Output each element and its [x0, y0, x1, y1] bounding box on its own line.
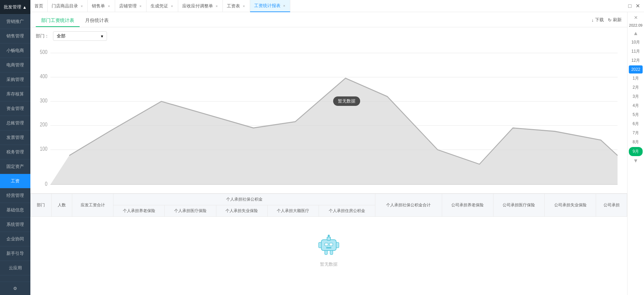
sidebar-item-营销推广[interactable]: 营销推广: [0, 14, 30, 29]
timeline-item-4月[interactable]: 4月: [627, 101, 644, 110]
tab-销售单[interactable]: 销售单×: [88, 0, 115, 12]
chart-container: 500 400 300 200 100 0: [30, 45, 627, 193]
tab-label: 销售单: [92, 3, 105, 9]
download-icon: ↓: [592, 18, 594, 23]
filter-value: 全部: [57, 33, 65, 39]
tab-close-icon[interactable]: ×: [139, 4, 142, 8]
timeline-item-3月[interactable]: 3月: [627, 92, 644, 101]
col-people: 人数: [51, 194, 72, 217]
tab-close-icon[interactable]: ×: [170, 4, 173, 8]
timeline-item-7月[interactable]: 7月: [627, 128, 644, 138]
col-total-salary: 应发工资合计: [72, 194, 113, 217]
sidebar-item-库存核算[interactable]: 库存核算: [0, 87, 30, 101]
sidebar-items: 营销推广销售管理小畅电商电商管理采购管理库存核算资金管理总账管理发票管理税务管理…: [0, 14, 30, 275]
col-company-medical: 公司承担医疗保险: [493, 194, 544, 217]
empty-text: 暂无数据: [30, 261, 627, 267]
tab-close-icon[interactable]: ×: [242, 4, 245, 8]
sidebar-item-工资[interactable]: 工资: [0, 174, 30, 188]
timeline-item-9月[interactable]: 9月: [629, 147, 643, 156]
restore-button[interactable]: □: [627, 2, 633, 10]
chart-svg: 500 400 300 200 100 0: [36, 48, 622, 193]
tab-close-icon[interactable]: ×: [107, 4, 110, 8]
svg-text:200: 200: [40, 122, 48, 127]
tab-label: 应收应付调整单: [182, 3, 213, 9]
timeline-item-8月[interactable]: 8月: [627, 138, 644, 147]
filter-label: 部门：: [36, 33, 49, 39]
tab-应收应付调整单[interactable]: 应收应付调整单×: [178, 0, 223, 12]
sidebar-item-基础信息[interactable]: 基础信息: [0, 203, 30, 217]
timeline-item-11月[interactable]: 11月: [627, 47, 644, 56]
tab-label: 工资表: [227, 3, 240, 9]
svg-rect-17: [327, 237, 330, 240]
tab-生成凭证[interactable]: 生成凭证×: [146, 0, 178, 12]
col-dept: 部门: [31, 194, 52, 217]
sub-tab-月份统计表[interactable]: 月份统计表: [80, 16, 114, 27]
timeline-nav-down[interactable]: ▼: [627, 156, 644, 165]
refresh-label: 刷新: [613, 17, 622, 23]
tab-工资统计报表[interactable]: 工资统计报表×: [250, 0, 290, 12]
tab-close-icon[interactable]: ×: [283, 3, 286, 8]
sidebar-header[interactable]: 批发管理 ▲: [0, 0, 30, 14]
sidebar-item-采购管理[interactable]: 采购管理: [0, 72, 30, 87]
svg-text:400: 400: [40, 73, 48, 79]
right-panel: ✕ 2022.09 ▲ 10月11月12月20221月2月3月4月5月6月7月8…: [627, 12, 644, 295]
timeline-close-button[interactable]: ✕: [627, 13, 644, 22]
svg-text:0: 0: [45, 181, 48, 187]
timeline-nav-up[interactable]: ▲: [627, 29, 644, 38]
content: 部门工资统计表月份统计表 ↓ 下载 ↻ 刷新 部门： 全部 ▾: [30, 12, 644, 295]
sidebar-item-新手引导[interactable]: 新手引导: [0, 246, 30, 261]
tab-店铺管理[interactable]: 店铺管理×: [115, 0, 146, 12]
sidebar-item-销售管理[interactable]: 销售管理: [0, 29, 30, 43]
close-button[interactable]: ✕: [634, 2, 641, 10]
settings-icon: ⚙: [13, 286, 17, 291]
svg-point-19: [328, 235, 330, 237]
sub-tab-部门工资统计表[interactable]: 部门工资统计表: [36, 16, 80, 27]
panel: 部门工资统计表月份统计表 ↓ 下载 ↻ 刷新 部门： 全部 ▾: [30, 12, 627, 295]
svg-text:500: 500: [40, 49, 48, 55]
timeline-item-10月[interactable]: 10月: [627, 38, 644, 47]
svg-rect-13: [321, 240, 336, 250]
sidebar-item-经营管理[interactable]: 经营管理: [0, 188, 30, 203]
sidebar-item-云应用[interactable]: 云应用: [0, 261, 30, 275]
timeline-item-6月[interactable]: 6月: [627, 119, 644, 128]
svg-rect-20: [319, 242, 321, 248]
tab-门店商品目录[interactable]: 门店商品目录×: [48, 0, 88, 12]
download-button[interactable]: ↓ 下载: [592, 17, 604, 23]
svg-text:100: 100: [40, 146, 48, 152]
tab-bar: 首页门店商品目录×销售单×店铺管理×生成凭证×应收应付调整单×工资表×工资统计报…: [30, 0, 644, 12]
timeline-item-12月[interactable]: 12月: [627, 56, 644, 65]
table-section[interactable]: 部门 人数 应发工资合计 个人承担社保公积金 个人承担社保公积金合计 公司承担养…: [30, 193, 627, 274]
sidebar-item-税务管理[interactable]: 税务管理: [0, 145, 30, 159]
sidebar-item-总账管理[interactable]: 总账管理: [0, 116, 30, 130]
tab-close-icon[interactable]: ×: [215, 4, 218, 8]
svg-rect-23: [330, 250, 333, 255]
sidebar-item-企业协同[interactable]: 企业协同: [0, 232, 30, 246]
sidebar-item-固定资产[interactable]: 固定资产: [0, 159, 30, 174]
timeline-item-2022[interactable]: 2022: [629, 65, 643, 73]
sub-tabs-left: 部门工资统计表月份统计表: [36, 16, 114, 27]
sidebar-item-发票管理[interactable]: 发票管理: [0, 130, 30, 145]
sidebar-item-资金管理[interactable]: 资金管理: [0, 101, 30, 116]
chevron-down-icon: ▾: [101, 34, 103, 39]
sidebar-item-小畅电商[interactable]: 小畅电商: [0, 43, 30, 58]
sidebar-item-电商管理[interactable]: 电商管理: [0, 58, 30, 72]
timeline-item-5月[interactable]: 5月: [627, 110, 644, 119]
col-personal-major-medical: 个人承担大额医疗: [267, 205, 319, 217]
sidebar-item-系统管理[interactable]: 系统管理: [0, 217, 30, 232]
department-select[interactable]: 全部 ▾: [53, 31, 107, 41]
timeline-item-2月[interactable]: 2月: [627, 83, 644, 92]
tab-首页[interactable]: 首页: [30, 0, 48, 12]
tab-label: 工资统计报表: [254, 3, 280, 9]
col-company-other: 公司承担: [596, 194, 627, 217]
data-table: 部门 人数 应发工资合计 个人承担社保公积金 个人承担社保公积金合计 公司承担养…: [30, 194, 627, 217]
tab-工资表[interactable]: 工资表×: [223, 0, 250, 12]
svg-rect-14: [325, 243, 328, 246]
sidebar: 批发管理 ▲ 营销推广销售管理小畅电商电商管理采购管理库存核算资金管理总账管理发…: [0, 0, 30, 295]
timeline-items: 10月11月12月20221月2月3月4月5月6月7月8月9月: [627, 38, 644, 156]
tab-close-icon[interactable]: ×: [80, 4, 83, 8]
refresh-button[interactable]: ↻ 刷新: [608, 17, 622, 23]
timeline-item-1月[interactable]: 1月: [627, 74, 644, 83]
sidebar-collapse-icon[interactable]: ▲: [23, 5, 27, 10]
tab-bar-end: □ ✕: [627, 2, 644, 10]
sidebar-footer[interactable]: ⚙: [0, 282, 30, 295]
